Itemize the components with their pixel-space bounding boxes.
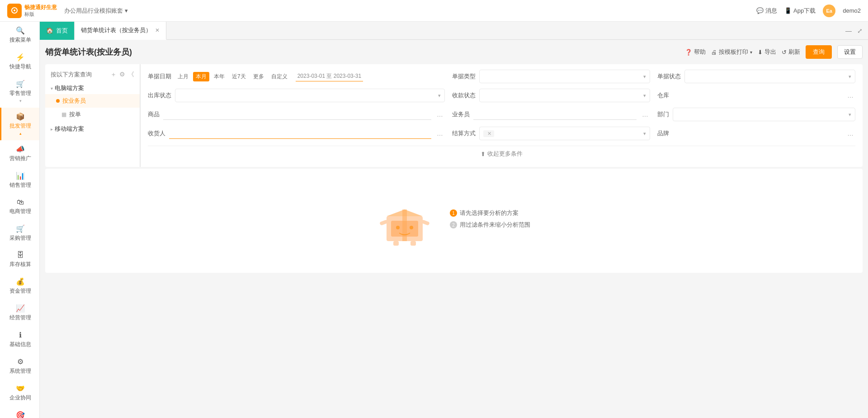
sidebar-item-search[interactable]: 🔍 搜索菜单 [0, 22, 39, 48]
salesperson-input[interactable] [473, 109, 637, 120]
scheme-item-by-salesperson[interactable]: 按业务员 [45, 94, 140, 108]
scheme-collapse-btn[interactable]: 《 [128, 71, 134, 79]
sidebar-item-label: 库存核算 [9, 261, 31, 268]
brand-ellipsis-btn[interactable]: … [845, 130, 855, 137]
voucher-type-select[interactable]: ▾ [479, 70, 650, 83]
sidebar-item-retail[interactable]: 🛒 零售管理 ▾ [0, 75, 39, 108]
voucher-status-select[interactable]: ▾ [684, 70, 855, 83]
ecommerce-icon: 🛍 [17, 198, 24, 206]
sidebar-item-label: 零售管理 [9, 90, 31, 97]
tab-maximize-btn[interactable]: ⤢ [855, 26, 864, 35]
goods-input[interactable] [163, 109, 431, 120]
download-btn[interactable]: 📱 App下载 [784, 7, 816, 15]
scheme-add-btn[interactable]: ＋ [110, 71, 117, 79]
message-btn[interactable]: 💬 消息 [756, 7, 777, 15]
empty-illustration [377, 196, 432, 246]
salesperson-ellipsis-btn[interactable]: … [640, 111, 650, 118]
print-btn[interactable]: 🖨 按模板打印 ▾ [711, 48, 752, 56]
goods-ellipsis-btn[interactable]: … [435, 111, 445, 118]
marketing-icon: 📣 [16, 145, 25, 153]
scheme-settings-btn[interactable]: ⚙ [119, 71, 125, 79]
logo-area: 畅捷通好生意 标版 [7, 4, 57, 18]
out-status-label: 出库状态 [148, 91, 171, 100]
user-initials: Ea [826, 8, 832, 14]
date-tab-this-year[interactable]: 本年 [211, 72, 227, 81]
empty-state: 1 请先选择要分析的方案 2 用过滤条件来缩小分析范围 [45, 169, 863, 273]
step-num-2: 2 [450, 221, 457, 228]
scheme-group-desktop-label: 电脑端方案 [55, 84, 84, 92]
active-dot-icon [56, 99, 60, 103]
sidebar-item-shortcut[interactable]: ⚡ 快捷导航 [0, 48, 39, 75]
chevron-down-icon: ▾ [125, 7, 128, 14]
scheme-group-mobile: ▸ 移动端方案 [45, 123, 140, 135]
query-btn[interactable]: 查询 [806, 45, 832, 59]
receiver-ellipsis-btn[interactable]: … [435, 130, 445, 137]
voucher-status-label: 单据状态 [657, 72, 681, 81]
sidebar-item-marketing[interactable]: 📣 营销推广 [0, 140, 39, 167]
logo-edition: 标版 [24, 11, 57, 17]
export-icon: ⬇ [758, 49, 763, 56]
sidebar-item-operations[interactable]: 📈 经营管理 [0, 299, 39, 326]
receipt-status-select[interactable]: ▾ [479, 89, 650, 102]
date-tab-7days[interactable]: 近7天 [229, 72, 249, 81]
help-label: 帮助 [694, 48, 706, 56]
svg-point-0 [14, 10, 15, 11]
date-range-input[interactable]: 2023-03-01 至 2023-03-31 [296, 71, 363, 81]
sidebar-item-ecommerce[interactable]: 🛍 电商管理 [0, 194, 39, 220]
warehouse-ellipsis-btn[interactable]: … [845, 92, 855, 99]
filter-row-3: 商品 … 业务员 … 部门 [148, 108, 855, 121]
scheme-item-by-order[interactable]: ▦ 按单 [45, 108, 140, 121]
date-tab-last-month[interactable]: 上月 [175, 72, 191, 81]
tab-sales-stat[interactable]: 销货单统计表（按业务员） ✕ [75, 22, 166, 40]
refresh-icon: ↺ [782, 49, 787, 56]
print-label: 按模板打印 [719, 48, 748, 56]
sidebar-item-finance[interactable]: 💰 资金管理 [0, 273, 39, 299]
chevron-down-icon: ▾ [19, 99, 22, 103]
sales-icon: 📊 [16, 171, 25, 180]
message-label: 消息 [765, 7, 777, 15]
settings-btn[interactable]: 设置 [837, 45, 863, 59]
sidebar-item-wholesale[interactable]: 📦 批发管理 ▴ [0, 108, 39, 140]
tab-close-icon[interactable]: ✕ [155, 27, 160, 33]
page-content: 销货单统计表(按业务员) ❓ 帮助 🖨 按模板打印 ▾ ⬇ 导出 [40, 40, 868, 418]
sidebar-item-purchase[interactable]: 🛒 采购管理 [0, 220, 39, 247]
avatar[interactable]: Ea [823, 5, 835, 17]
main-layout: 🔍 搜索菜单 ⚡ 快捷导航 🛒 零售管理 ▾ 📦 批发管理 ▴ 📣 营销推广 📊… [0, 22, 868, 418]
refresh-btn[interactable]: ↺ 刷新 [782, 48, 800, 56]
tab-minimize-btn[interactable]: — [844, 26, 854, 35]
receiver-input[interactable] [169, 128, 431, 139]
page-actions: ❓ 帮助 🖨 按模板打印 ▾ ⬇ 导出 ↺ 刷新 [685, 45, 863, 59]
out-status-select[interactable]: ▾ [175, 89, 445, 102]
help-btn[interactable]: ❓ 帮助 [685, 48, 706, 56]
sidebar-item-base[interactable]: ℹ 基础信息 [0, 326, 39, 353]
settlement-clear-btn[interactable]: ✕ [487, 131, 491, 137]
settlement-select[interactable]: ✕ ▾ [479, 127, 650, 140]
topbar-left: 畅捷通好生意 标版 办公用品行业模拟账套 ▾ [7, 4, 132, 18]
filter-field-voucher-type: 单据类型 ▾ [452, 70, 650, 83]
collapse-filters-btn[interactable]: ⬆ 收起更多条件 [148, 146, 855, 162]
sidebar-item-label: 经营管理 [9, 314, 31, 322]
grid-icon: ▦ [61, 111, 66, 118]
sidebar-item-system[interactable]: ⚙ 系统管理 [0, 353, 39, 380]
sidebar-item-corp[interactable]: 🤝 企业协同 [0, 380, 39, 406]
empty-step-2-label: 用过滤条件来缩小分析范围 [460, 221, 530, 229]
export-btn[interactable]: ⬇ 导出 [758, 48, 776, 56]
filter-field-salesperson: 业务员 … [452, 109, 650, 120]
sidebar-item-inventory[interactable]: 🗄 库存核算 [0, 247, 39, 273]
sidebar-item-sales[interactable]: 📊 销售管理 [0, 167, 39, 194]
filter-field-goods: 商品 … [148, 109, 445, 120]
department-select[interactable]: ▾ [673, 108, 855, 121]
scheme-group-mobile-header[interactable]: ▸ 移动端方案 [45, 123, 140, 135]
tab-home[interactable]: 🏠 首页 [40, 22, 75, 40]
operations-icon: 📈 [16, 304, 25, 313]
page-title: 销货单统计表(按业务员) [45, 47, 132, 57]
goods-label: 商品 [148, 110, 160, 119]
app-selector[interactable]: 办公用品行业模拟账套 ▾ [61, 5, 132, 17]
sidebar-item-guide[interactable]: 🎯 新手引导 [0, 406, 39, 418]
date-tab-more[interactable]: 更多 [250, 72, 267, 81]
scheme-group-desktop-header[interactable]: ▾ 电脑端方案 [45, 82, 140, 94]
date-tab-this-month[interactable]: 本月 [193, 72, 209, 81]
date-tab-custom[interactable]: 自定义 [269, 72, 290, 81]
username-label[interactable]: demo2 [843, 7, 861, 14]
filter-field-warehouse: 仓库 … [657, 91, 855, 100]
